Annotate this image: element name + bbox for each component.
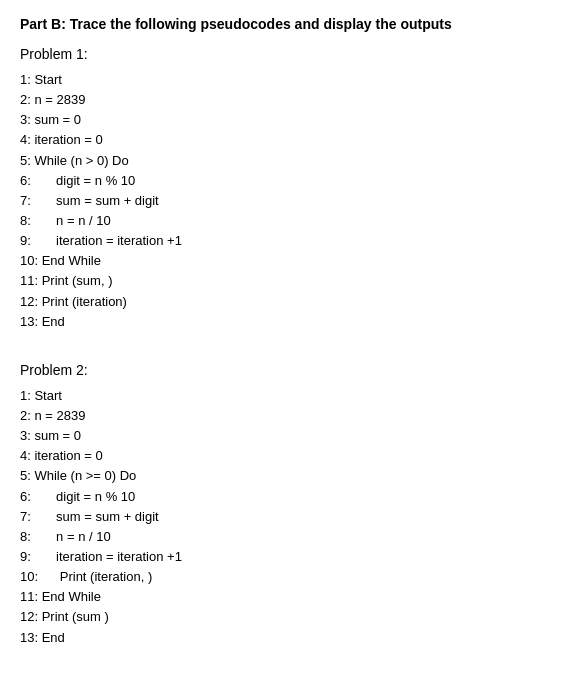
p1-line-3: 3: sum = 0 — [20, 110, 549, 130]
p1-line-2: 2: n = 2839 — [20, 90, 549, 110]
problem1-section: Problem 1: 1: Start 2: n = 2839 3: sum =… — [20, 46, 549, 332]
problem2-title: Problem 2: — [20, 362, 549, 378]
problem2-code: 1: Start 2: n = 2839 3: sum = 0 4: itera… — [20, 386, 549, 648]
p1-line-6: 6: digit = n % 10 — [20, 171, 549, 191]
p1-line-5: 5: While (n > 0) Do — [20, 151, 549, 171]
p2-line-2: 2: n = 2839 — [20, 406, 549, 426]
p2-line-13: 13: End — [20, 628, 549, 648]
p2-line-3: 3: sum = 0 — [20, 426, 549, 446]
problem2-section: Problem 2: 1: Start 2: n = 2839 3: sum =… — [20, 362, 549, 648]
p2-line-9: 9: iteration = iteration +1 — [20, 547, 549, 567]
p1-line-10: 10: End While — [20, 251, 549, 271]
main-title: Part B: Trace the following pseudocodes … — [20, 16, 549, 32]
p2-line-6: 6: digit = n % 10 — [20, 487, 549, 507]
p1-line-12: 12: Print (iteration) — [20, 292, 549, 312]
p1-line-7: 7: sum = sum + digit — [20, 191, 549, 211]
p2-line-8: 8: n = n / 10 — [20, 527, 549, 547]
p1-line-11: 11: Print (sum, ) — [20, 271, 549, 291]
p1-line-1: 1: Start — [20, 70, 549, 90]
p2-line-12: 12: Print (sum ) — [20, 607, 549, 627]
p1-line-8: 8: n = n / 10 — [20, 211, 549, 231]
p1-line-9: 9: iteration = iteration +1 — [20, 231, 549, 251]
p1-line-13: 13: End — [20, 312, 549, 332]
p2-line-5: 5: While (n >= 0) Do — [20, 466, 549, 486]
p2-line-7: 7: sum = sum + digit — [20, 507, 549, 527]
p2-line-1: 1: Start — [20, 386, 549, 406]
page-container: Part B: Trace the following pseudocodes … — [20, 16, 549, 648]
p2-line-4: 4: iteration = 0 — [20, 446, 549, 466]
problem1-title: Problem 1: — [20, 46, 549, 62]
problem1-code: 1: Start 2: n = 2839 3: sum = 0 4: itera… — [20, 70, 549, 332]
p1-line-4: 4: iteration = 0 — [20, 130, 549, 150]
p2-line-10: 10: Print (iteration, ) — [20, 567, 549, 587]
p2-line-11: 11: End While — [20, 587, 549, 607]
